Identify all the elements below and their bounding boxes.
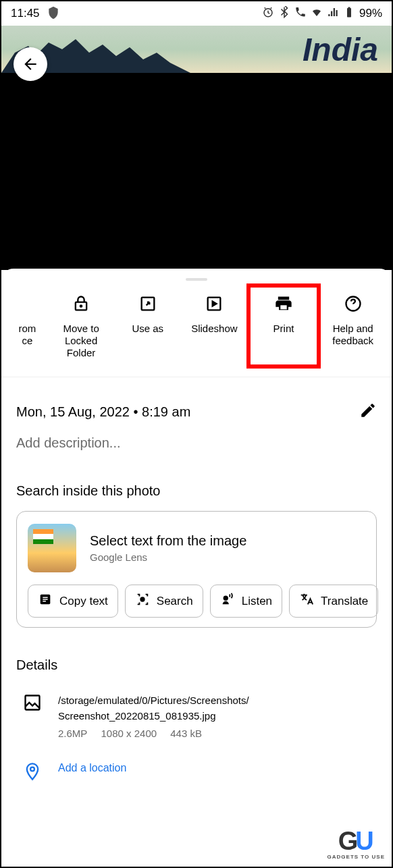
lens-thumbnail — [28, 524, 76, 572]
battery-percent: 99% — [359, 7, 382, 20]
listen-icon — [220, 592, 235, 610]
search-icon — [135, 592, 150, 610]
svg-point-11 — [223, 596, 228, 601]
chip-label: Search — [157, 595, 193, 608]
action-label: Help and feedback — [332, 323, 373, 347]
file-path-2: Screenshot_20220815_081935.jpg — [58, 709, 249, 724]
action-delete-device[interactable]: rom ce — [7, 288, 48, 364]
search-button[interactable]: Search — [125, 585, 203, 618]
svg-point-10 — [140, 597, 145, 601]
status-left: 11:45 — [11, 5, 60, 22]
action-print[interactable]: Print — [246, 283, 321, 369]
chip-label: Listen — [242, 595, 272, 608]
status-right: 99% — [262, 6, 382, 22]
action-label: Slideshow — [191, 323, 237, 335]
status-bar: 11:45 99% — [1, 1, 392, 26]
notification-icon — [47, 5, 60, 22]
listen-button[interactable]: Listen — [210, 585, 282, 618]
lens-header[interactable]: Select text from the image Google Lens — [28, 524, 365, 572]
use-as-icon — [138, 293, 157, 315]
photo-datetime: Mon, 15 Aug, 2022 • 8:19 am — [16, 404, 190, 420]
translate-button[interactable]: Translate — [289, 585, 378, 618]
signal-icon — [327, 6, 339, 22]
photo-viewer[interactable]: India — [1, 26, 392, 270]
svg-rect-12 — [26, 696, 40, 710]
file-path-1: /storage/emulated/0/Pictures/Screenshots… — [58, 693, 249, 709]
print-icon — [274, 293, 293, 315]
image-icon — [23, 693, 42, 712]
watermark-text: GADGETS TO USE — [328, 854, 385, 860]
action-partial-label: rom ce — [18, 323, 36, 347]
edit-datetime-button[interactable] — [359, 402, 377, 422]
copy-text-icon — [38, 592, 53, 610]
slideshow-icon — [205, 293, 224, 315]
info-sheet: rom ce Move to Locked Folder Use as Slid… — [1, 269, 392, 796]
action-row[interactable]: rom ce Move to Locked Folder Use as Slid… — [1, 288, 392, 377]
lens-section-title: Search inside this photo — [1, 451, 392, 511]
sheet-handle[interactable] — [186, 278, 207, 281]
watermark: GU GADGETS TO USE — [328, 828, 385, 860]
svg-rect-7 — [33, 534, 53, 539]
file-detail-row[interactable]: /storage/emulated/0/Pictures/Screenshots… — [1, 688, 392, 747]
file-size: 443 kB — [170, 728, 202, 739]
action-label: Print — [273, 323, 294, 335]
svg-point-13 — [30, 767, 34, 771]
wifi-icon — [311, 6, 323, 22]
lens-title: Select text from the image — [90, 533, 246, 549]
battery-icon — [343, 6, 355, 22]
bluetooth-icon — [278, 6, 290, 22]
copy-text-button[interactable]: Copy text — [28, 585, 118, 618]
lens-chips: Copy text Search Listen Translate — [28, 585, 365, 618]
lens-card: Select text from the image Google Lens C… — [16, 511, 377, 628]
banner-text: India — [303, 31, 378, 68]
svg-rect-6 — [33, 529, 53, 534]
details-title: Details — [1, 628, 392, 688]
chip-label: Translate — [321, 595, 368, 608]
call-icon — [294, 6, 307, 22]
alarm-icon — [262, 6, 274, 22]
file-dimensions: 1080 x 2400 — [101, 728, 157, 739]
lock-icon — [72, 293, 90, 315]
action-label: Move to Locked Folder — [49, 323, 113, 359]
help-icon — [344, 293, 363, 315]
location-pin-icon — [23, 762, 42, 781]
action-label: Use as — [132, 323, 163, 335]
photo-banner: India — [1, 26, 392, 73]
chip-label: Copy text — [59, 595, 108, 608]
svg-point-2 — [80, 305, 82, 306]
status-time: 11:45 — [11, 7, 40, 20]
back-button[interactable] — [14, 47, 47, 81]
action-use-as[interactable]: Use as — [114, 288, 181, 364]
action-help-feedback[interactable]: Help and feedback — [319, 288, 386, 364]
action-slideshow[interactable]: Slideshow — [181, 288, 248, 364]
file-meta: 2.6MP 1080 x 2400 443 kB — [58, 726, 249, 742]
meta-row: Mon, 15 Aug, 2022 • 8:19 am — [1, 377, 392, 431]
file-megapixels: 2.6MP — [58, 728, 87, 739]
svg-rect-8 — [33, 539, 53, 544]
location-label: Add a location — [58, 762, 126, 774]
add-location-button[interactable]: Add a location — [1, 747, 392, 796]
description-input[interactable]: Add description... — [1, 431, 392, 451]
action-move-locked-folder[interactable]: Move to Locked Folder — [48, 288, 115, 364]
lens-subtitle: Google Lens — [90, 551, 246, 563]
translate-icon — [299, 592, 314, 610]
